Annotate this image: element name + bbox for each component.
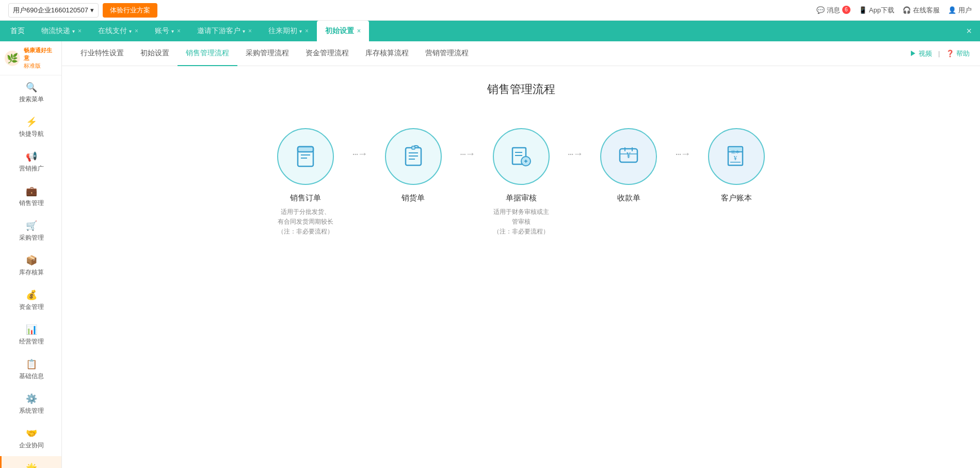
app-layout: 🌿 畅康通好生意 标准版 🔍 搜索菜单 ⚡ 快捷导航 📢 营销推广 💼 销售管理… — [0, 41, 980, 468]
handshake-icon: 🤝 — [26, 428, 37, 439]
flow-step-sales-order: 销售订单 适用于分批发货、有合同发货周期较长（注：非必要流程） — [259, 128, 352, 237]
cart-icon: 🛒 — [26, 220, 37, 231]
sidebar-item-newguide[interactable]: 🌟 新手引导 — [0, 456, 61, 468]
nav-close-all-button[interactable]: × — [960, 26, 978, 37]
headset-icon: 🎧 — [903, 6, 911, 14]
chevron-down-icon: ▾ — [243, 28, 245, 34]
close-icon[interactable]: × — [305, 27, 309, 35]
sidebar-label-operations: 经营管理 — [19, 337, 44, 346]
flash-icon: ⚡ — [26, 116, 37, 128]
megaphone-icon: 📢 — [26, 151, 37, 162]
sidebar-label-system: 系统管理 — [19, 407, 44, 415]
nav-tab-home[interactable]: 首页 — [2, 21, 33, 41]
chevron-down-icon: ▾ — [171, 28, 174, 34]
subtab-purchase-flow[interactable]: 采购管理流程 — [237, 41, 297, 66]
top-bar-right: 💬 消息 6 📱 App下载 🎧 在线客服 👤 用户 — [816, 6, 972, 15]
trial-button[interactable]: 体验行业方案 — [103, 3, 157, 18]
question-icon: ❓ — [946, 50, 954, 57]
close-icon[interactable]: × — [248, 27, 252, 35]
sidebar-item-marketing[interactable]: 📢 营销推广 — [0, 145, 61, 179]
sidebar-item-purchase[interactable]: 🛒 采购管理 — [0, 214, 61, 248]
sales-icon: 💼 — [26, 185, 37, 197]
money-icon: 💰 — [26, 289, 37, 301]
top-bar: 用户690企业1660120507 ▾ 体验行业方案 💬 消息 6 📱 App下… — [0, 0, 980, 21]
subtab-sales-flow-label: 销售管理流程 — [186, 49, 229, 58]
online-service-item[interactable]: 🎧 在线客服 — [903, 6, 940, 15]
app-download-item[interactable]: 📱 App下载 — [859, 6, 894, 15]
subtab-marketing-flow[interactable]: 营销管理流程 — [417, 41, 477, 66]
sidebar-item-search[interactable]: 🔍 搜索菜单 — [0, 75, 61, 110]
sidebar-item-quicknav[interactable]: ⚡ 快捷导航 — [0, 110, 61, 145]
avatar-icon: 👤 — [948, 6, 956, 14]
online-service-label: 在线客服 — [913, 6, 940, 15]
sidebar-label-marketing: 营销推广 — [19, 164, 44, 173]
step-circle-receipt[interactable]: ¥ — [600, 128, 657, 185]
svg-text:¥: ¥ — [734, 154, 737, 162]
subtab-finance-flow[interactable]: 资金管理流程 — [297, 41, 357, 66]
play-icon: ▶ — [910, 50, 917, 57]
subtab-finance-flow-label: 资金管理流程 — [306, 49, 349, 58]
message-badge: 6 — [842, 6, 850, 14]
nav-tab-initial-setup[interactable]: 初始设置 × — [317, 21, 369, 41]
nav-tab-period-label: 往来期初 — [268, 26, 297, 36]
step-name-audit: 单据审核 — [506, 193, 537, 203]
message-icon: 💬 — [816, 6, 825, 14]
message-item[interactable]: 💬 消息 6 — [816, 6, 850, 15]
subtab-marketing-flow-label: 营销管理流程 — [425, 49, 469, 58]
flow-title: 销售管理流程 — [83, 82, 959, 97]
close-icon[interactable]: × — [357, 27, 361, 35]
top-bar-left: 用户690企业1660120507 ▾ 体验行业方案 — [8, 3, 157, 18]
sidebar-label-basicinfo: 基础信息 — [19, 372, 44, 381]
flow-step-receipt: ¥ 收款单 — [582, 128, 675, 207]
step-name-receipt: 收款单 — [617, 193, 640, 203]
subtab-initial[interactable]: 初始设置 — [132, 41, 178, 66]
sidebar-label-enterprise: 企业协同 — [19, 441, 44, 450]
box-icon: 📦 — [26, 255, 37, 266]
app-download-label: App下载 — [869, 6, 894, 15]
nav-tab-payment-label: 在线支付 — [98, 26, 127, 36]
close-icon[interactable]: × — [135, 27, 138, 35]
step-circle-audit[interactable] — [493, 128, 550, 185]
nav-tab-invite[interactable]: 邀请下游客户 ▾ × — [189, 21, 260, 41]
subtab-industry[interactable]: 行业特性设置 — [72, 41, 132, 66]
flow-step-audit: 单据审核 适用于财务审核或主管审核（注：非必要流程） — [475, 128, 568, 237]
sidebar-item-enterprise[interactable]: 🤝 企业协同 — [0, 422, 61, 456]
subtab-sales-flow[interactable]: 销售管理流程 — [178, 41, 237, 66]
nav-tab-initial-setup-label: 初始设置 — [325, 26, 354, 36]
step-circle-ledger[interactable]: 账本 ¥ — [708, 128, 765, 185]
user-label: 用户690企业1660120507 — [13, 6, 88, 15]
nav-tab-logistics[interactable]: 物流快递 ▾ × — [33, 21, 90, 41]
flow-arrow-3: ···→ — [568, 128, 583, 160]
sidebar-item-finance[interactable]: 💰 资金管理 — [0, 283, 61, 318]
sidebar-label-search: 搜索菜单 — [19, 95, 44, 104]
nav-tab-payment[interactable]: 在线支付 ▾ × — [90, 21, 147, 41]
subtab-inventory-flow[interactable]: 库存核算流程 — [357, 41, 417, 66]
gear-icon: ⚙️ — [26, 393, 37, 404]
user-selector[interactable]: 用户690企业1660120507 ▾ — [8, 3, 99, 18]
flow-step-delivery: 销货单 — [367, 128, 460, 207]
video-button[interactable]: ▶ 视频 — [910, 49, 932, 58]
step-circle-sales-order[interactable] — [277, 128, 334, 185]
sidebar-item-inventory[interactable]: 📦 库存核算 — [0, 248, 61, 283]
sidebar-item-basicinfo[interactable]: 📋 基础信息 — [0, 352, 61, 387]
nav-tabs: 首页 物流快递 ▾ × 在线支付 ▾ × 账号 ▾ × 邀请下游客户 ▾ × 往… — [0, 21, 980, 41]
sub-tabs: 行业特性设置 初始设置 销售管理流程 采购管理流程 资金管理流程 库存核算流程 … — [62, 41, 980, 66]
sidebar-item-sales[interactable]: 💼 销售管理 — [0, 179, 61, 214]
nav-tab-period[interactable]: 往来期初 ▾ × — [260, 21, 317, 41]
sidebar-label-sales: 销售管理 — [19, 199, 44, 208]
user-avatar-item[interactable]: 👤 用户 — [948, 6, 972, 15]
step-circle-delivery[interactable] — [385, 128, 442, 185]
nav-tab-account-label: 账号 — [155, 26, 169, 36]
step-name-ledger: 客户账本 — [721, 193, 752, 203]
close-icon[interactable]: × — [78, 27, 82, 35]
step-name-sales-order: 销售订单 — [290, 193, 321, 203]
home-label: 首页 — [10, 26, 25, 36]
close-icon[interactable]: × — [177, 27, 181, 35]
help-button[interactable]: ❓ 帮助 — [946, 49, 970, 58]
logo-text: 畅康通好生意 标准版 — [24, 46, 57, 70]
chart-icon: 📊 — [26, 324, 37, 335]
subtab-purchase-flow-label: 采购管理流程 — [246, 49, 289, 58]
nav-tab-account[interactable]: 账号 ▾ × — [147, 21, 189, 41]
sidebar-item-operations[interactable]: 📊 经营管理 — [0, 318, 61, 352]
sidebar-item-system[interactable]: ⚙️ 系统管理 — [0, 387, 61, 422]
